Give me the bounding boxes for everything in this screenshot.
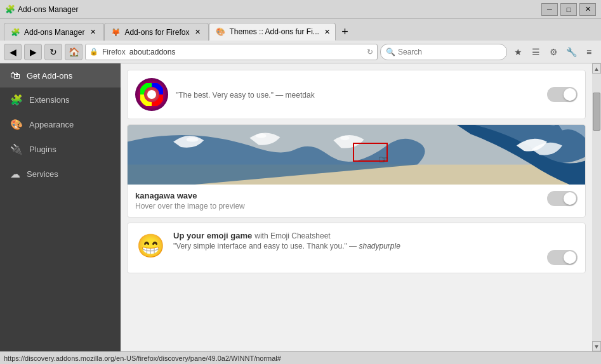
emoji-toggle[interactable] (547, 250, 578, 265)
scrollbar: ▲ ▼ (592, 63, 601, 351)
search-icon: 🔍 (386, 48, 395, 56)
appearance-icon: 🎨 (10, 119, 23, 131)
tab-themes-close[interactable]: ✕ (323, 27, 332, 36)
camera-addon-toggle[interactable] (547, 87, 578, 102)
scroll-track (592, 74, 601, 341)
emoji-author-name: shadypurple (359, 242, 400, 250)
camera-addon-icon (135, 78, 168, 111)
toggle-thumb-kanagawa (564, 192, 576, 205)
toggle-thumb-emoji (564, 251, 576, 264)
menu-icon[interactable]: ≡ (581, 44, 597, 60)
services-icon: ☁ (10, 168, 20, 180)
address-bar[interactable]: 🔒 Firefox about:addons ↻ (85, 44, 378, 60)
tools-icon[interactable]: 🔧 (563, 44, 579, 60)
main-container: 🛍 Get Add-ons 🧩 Extensions 🎨 Appearance … (0, 63, 601, 351)
sidebar-item-plugins[interactable]: 🔌 Plugins (0, 137, 121, 162)
search-bar[interactable]: 🔍 (380, 44, 507, 60)
plugins-icon: 🔌 (10, 143, 23, 155)
emoji-addon-icon: 😁 (135, 231, 166, 261)
new-tab-button[interactable]: + (336, 23, 353, 41)
history-icon[interactable]: ⚙ (545, 44, 562, 60)
sidebar-item-services-label: Services (27, 169, 58, 179)
sidebar-item-plugins-label: Plugins (29, 145, 56, 154)
tab-addons-firefox-label: Add-ons for Firefox (124, 28, 189, 37)
titlebar: 🧩 Add-ons Manager ─ □ ✕ (0, 0, 601, 19)
reload-button[interactable]: ↻ (44, 44, 62, 60)
sidebar-item-services[interactable]: ☁ Services (0, 162, 121, 186)
camera-addon-info: "The best. Very easy to use." — meetdak (176, 89, 539, 100)
tab-addons-manager-label: Add-ons Manager (24, 28, 84, 37)
emoji-title-row: Up your emoji game with Emoji Cheatsheet (173, 231, 539, 240)
sidebar-item-get-addons[interactable]: 🛍 Get Add-ons (0, 63, 121, 88)
bookmarks-icon[interactable]: ☰ (527, 44, 544, 60)
extensions-icon: 🧩 (10, 94, 23, 106)
get-addons-icon: 🛍 (10, 70, 20, 81)
kanagawa-toggle[interactable] (547, 191, 578, 206)
cursor: ☞ (378, 153, 388, 167)
address-text: about:addons (129, 48, 176, 56)
sidebar: 🛍 Get Add-ons 🧩 Extensions 🎨 Appearance … (0, 63, 121, 351)
emoji-card-top: 😁 Up your emoji game with Emoji Cheatshe… (128, 223, 585, 273)
emoji-desc-text: "Very simple interface and easy to use. … (173, 242, 357, 250)
home-button[interactable]: 🏠 (65, 44, 83, 60)
scroll-up-button[interactable]: ▲ (592, 63, 601, 74)
tab-addons-manager-icon: 🧩 (11, 28, 20, 37)
svg-point-4 (147, 90, 156, 99)
kanagawa-theme-text: kanagawa wave Hover over the image to pr… (135, 191, 245, 211)
tabbar: 🧩 Add-ons Manager ✕ 🦊 Add-ons for Firefo… (0, 19, 601, 41)
emoji-addon-desc: "Very simple interface and easy to use. … (173, 242, 539, 250)
forward-button[interactable]: ▶ (24, 44, 42, 60)
lock-icon: 🔒 (89, 48, 98, 56)
search-input[interactable] (398, 48, 474, 56)
tab-themes-label: Themes :: Add-ons fur Fi... (229, 27, 319, 36)
sidebar-item-get-addons-label: Get Add-ons (27, 71, 72, 81)
kanagawa-theme-info: kanagawa wave Hover over the image to pr… (128, 185, 585, 217)
minimize-button[interactable]: ─ (541, 3, 558, 16)
sidebar-item-appearance[interactable]: 🎨 Appearance (0, 112, 121, 137)
emoji-title-main: Up your emoji game (173, 231, 252, 240)
emoji-addon-info: Up your emoji game with Emoji Cheatsheet… (173, 231, 539, 250)
svg-point-8 (256, 133, 267, 138)
window-controls: ─ □ ✕ (541, 3, 596, 16)
theme-banner: ☞ (128, 125, 585, 185)
tab-addons-manager-close[interactable]: ✕ (88, 28, 97, 37)
tab1-favicon: 🧩 (5, 4, 15, 14)
bookmark-icon[interactable]: ★ (510, 44, 526, 60)
statusbar: https://discovery.addons.mozilla.org/en-… (0, 351, 601, 364)
content-area: "The best. Very easy to use." — meetdak (121, 63, 592, 351)
toggle-thumb-camera (564, 88, 576, 101)
close-button[interactable]: ✕ (579, 3, 596, 16)
refresh-icon[interactable]: ↻ (367, 48, 373, 56)
status-url: https://discovery.addons.mozilla.org/en-… (4, 354, 281, 362)
addon-card-camera-top: "The best. Very easy to use." — meetdak (128, 70, 585, 119)
maximize-button[interactable]: □ (560, 3, 577, 16)
addon-card-camera: "The best. Very easy to use." — meetdak (127, 70, 586, 119)
tab-addons-firefox-icon: 🦊 (111, 28, 121, 37)
back-button[interactable]: ◀ (4, 44, 22, 60)
active-tab-title: Add-ons Manager (18, 5, 78, 14)
tab-addons-firefox-close[interactable]: ✕ (193, 28, 202, 37)
svg-point-9 (340, 136, 349, 140)
tab-themes[interactable]: 🎨 Themes :: Add-ons fur Fi... ✕ (209, 23, 336, 41)
scroll-thumb[interactable] (593, 93, 600, 131)
color-wheel-svg (140, 83, 163, 106)
sidebar-item-appearance-label: Appearance (29, 120, 74, 129)
emoji-title-sub: with Emoji Cheatsheet (254, 231, 330, 240)
scroll-down-button[interactable]: ▼ (592, 341, 601, 351)
firefox-label: Firefox (102, 48, 126, 56)
addon-card-emoji: 😁 Up your emoji game with Emoji Cheatshe… (127, 223, 586, 273)
toolbar-icons: ★ ☰ ⚙ 🔧 ≡ (510, 44, 597, 60)
svg-point-7 (187, 137, 199, 141)
kanagawa-theme-subtitle: Hover over the image to preview (135, 202, 245, 211)
tab-addons-firefox[interactable]: 🦊 Add-ons for Firefox ✕ (104, 23, 209, 41)
addon-card-kanagawa: ☞ kanagawa wave Hover over the image to … (127, 124, 586, 218)
tab-themes-icon: 🎨 (216, 27, 225, 36)
kanagawa-theme-name: kanagawa wave (135, 191, 245, 200)
tab-addons-manager[interactable]: 🧩 Add-ons Manager ✕ (4, 23, 104, 41)
sidebar-item-extensions-label: Extensions (29, 95, 70, 105)
camera-addon-quote: "The best. Very easy to use." — meetdak (176, 91, 539, 100)
sidebar-item-extensions[interactable]: 🧩 Extensions (0, 88, 121, 112)
navbar: ◀ ▶ ↻ 🏠 🔒 Firefox about:addons ↻ 🔍 ★ ☰ ⚙… (0, 41, 601, 63)
